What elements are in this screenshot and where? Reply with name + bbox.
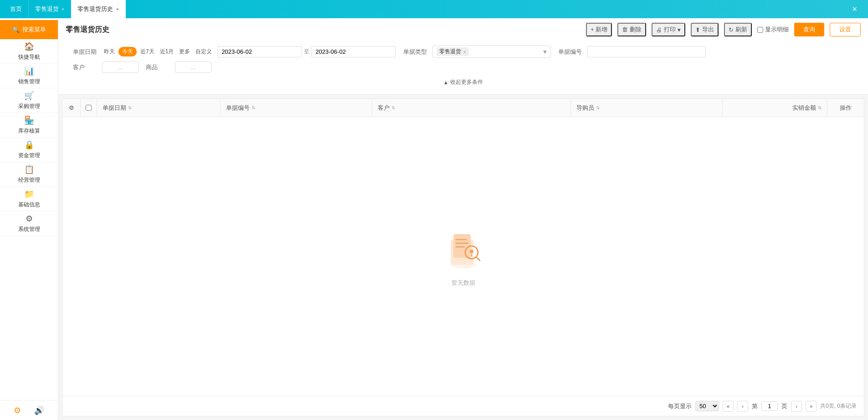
th-setting[interactable]: ⚙ — [62, 99, 81, 117]
th-amount-label: 实销金额 — [792, 104, 816, 112]
date-btn-custom[interactable]: 自定义 — [194, 47, 214, 56]
date-btn-7days[interactable]: 近7天 — [139, 47, 156, 56]
first-page-icon: « — [727, 403, 730, 410]
sidebar-item-purchase-label: 采购管理 — [18, 102, 40, 110]
prev-page-button[interactable]: ‹ — [737, 401, 748, 412]
th-amount[interactable]: 实销金额 ⇅ — [723, 99, 827, 117]
system-icon: ⚙ — [26, 214, 33, 224]
customer-filter: 客户 ... — [73, 61, 139, 73]
th-action: 操作 — [827, 99, 864, 117]
customer-placeholder: ... — [118, 64, 123, 71]
refresh-button[interactable]: ↻ 刷新 — [724, 23, 752, 36]
show-detail-checkbox[interactable] — [757, 27, 763, 33]
customer-input[interactable]: ... — [102, 61, 139, 73]
sidebar-item-system[interactable]: ⚙ 系统管理 — [0, 211, 58, 236]
goods-filter: 商品 ... — [146, 61, 211, 73]
add-button[interactable]: + 新增 — [586, 23, 612, 36]
goods-input[interactable]: ... — [175, 61, 211, 73]
voucher-type-label: 单据类型 — [403, 48, 429, 56]
date-btn-1month[interactable]: 近1月 — [158, 47, 176, 56]
setting-button[interactable]: 设置 — [830, 23, 861, 36]
table-header: ⚙ 单据日期 ⇅ 单据编号 ⇅ 客户 ⇅ 导购员 — [62, 99, 864, 117]
select-all-checkbox[interactable] — [86, 105, 92, 111]
collapse-label: 收起更多条件 — [450, 78, 483, 86]
sidebar-settings-icon[interactable]: ⚙ — [14, 405, 21, 415]
sidebar-item-basic-info-label: 基础信息 — [18, 201, 40, 209]
voucher-type-tag-close[interactable]: × — [463, 49, 466, 55]
page-number-input[interactable] — [761, 401, 778, 411]
sidebar-item-finance[interactable]: 🔒 资金管理 — [0, 138, 58, 162]
pagination: 每页显示 10 20 50 100 « ‹ 第 页 › — [62, 396, 864, 416]
date-btn-yesterday[interactable]: 昨天 — [102, 47, 117, 56]
th-no[interactable]: 单据编号 ⇅ — [221, 99, 372, 117]
export-icon: ⬆ — [695, 26, 700, 33]
sidebar-item-quick-nav[interactable]: 🏠 快捷导航 — [0, 39, 58, 64]
sidebar-item-basic-info[interactable]: 📁 基础信息 — [0, 187, 58, 211]
sidebar-item-operation[interactable]: 📋 经营管理 — [0, 162, 58, 187]
voucher-no-input[interactable] — [587, 46, 706, 57]
inventory-icon: 🏪 — [24, 115, 34, 125]
main-layout: 🔍 搜索菜单 🏠 快捷导航 📊 销售管理 🛒 采购管理 🏪 库存核算 🔒 资金管… — [0, 18, 868, 420]
th-guide[interactable]: 导购员 ⇅ — [571, 99, 723, 117]
goods-placeholder: ... — [191, 64, 196, 71]
window-close-button[interactable]: × — [848, 5, 861, 14]
goods-label: 商品 — [146, 63, 171, 72]
th-date-label: 单据日期 — [103, 104, 126, 112]
jump-label: 第 — [752, 402, 758, 410]
date-btn-today[interactable]: 今天 — [118, 47, 137, 56]
show-detail-checkbox-label[interactable]: 显示明细 — [757, 26, 789, 34]
search-menu-button[interactable]: 🔍 搜索菜单 — [0, 20, 58, 39]
tab-home[interactable]: 首页 — [4, 0, 29, 18]
date-btn-more[interactable]: 更多 — [177, 47, 192, 56]
tab-retail-return-history-close[interactable]: × — [116, 6, 118, 12]
page-size-label: 每页显示 — [668, 402, 692, 410]
th-amount-sort-icon: ⇅ — [818, 105, 822, 110]
page-size-select[interactable]: 10 20 50 100 — [695, 401, 719, 411]
sidebar-item-operation-label: 经营管理 — [18, 176, 40, 184]
print-button[interactable]: 🖨 打印 ▾ — [652, 23, 685, 36]
sidebar-item-purchase[interactable]: 🛒 采购管理 — [0, 88, 58, 113]
delete-button[interactable]: 🗑 删除 — [617, 23, 646, 36]
content-area: 零售退货历史 + 新增 🗑 删除 🖨 打印 ▾ ⬆ 导出 ↻ — [58, 18, 868, 420]
tab-retail-return-history-label: 零售退货历史 — [77, 5, 113, 13]
th-guide-sort-icon: ⇅ — [596, 105, 600, 110]
voucher-no-filter: 单据编号 — [558, 46, 706, 57]
tab-retail-return-close[interactable]: × — [62, 6, 64, 12]
finance-icon: 🔒 — [24, 140, 34, 150]
date-from-input[interactable] — [217, 46, 302, 57]
quick-nav-icon: 🏠 — [24, 41, 34, 51]
th-customer[interactable]: 客户 ⇅ — [372, 99, 571, 117]
last-page-icon: » — [810, 403, 813, 410]
query-button[interactable]: 查询 — [794, 23, 824, 36]
tab-retail-return[interactable]: 零售退货 × — [29, 0, 71, 18]
sidebar: 🔍 搜索菜单 🏠 快捷导航 📊 销售管理 🛒 采购管理 🏪 库存核算 🔒 资金管… — [0, 18, 58, 420]
table-container: ⚙ 单据日期 ⇅ 单据编号 ⇅ 客户 ⇅ 导购员 — [62, 98, 864, 416]
purchase-icon: 🛒 — [24, 91, 34, 101]
top-bar-right: × — [848, 5, 868, 14]
voucher-type-dropdown-icon[interactable]: ▾ — [543, 47, 547, 56]
date-to-input[interactable] — [311, 46, 396, 57]
voucher-type-filter: 单据类型 零售退货 × ▾ — [403, 46, 551, 58]
sidebar-sound-icon[interactable]: 🔊 — [34, 405, 44, 415]
tab-retail-return-history[interactable]: 零售退货历史 × — [71, 0, 125, 18]
th-check[interactable] — [81, 99, 97, 117]
voucher-type-tag: 零售退货 × — [437, 47, 468, 56]
voucher-no-label: 单据编号 — [558, 48, 584, 56]
next-page-button[interactable]: › — [791, 401, 802, 412]
voucher-type-input[interactable]: 零售退货 × ▾ — [432, 46, 551, 58]
refresh-label: 刷新 — [735, 26, 747, 34]
print-dropdown-icon: ▾ — [678, 26, 681, 33]
sidebar-item-sales[interactable]: 📊 销售管理 — [0, 64, 58, 88]
last-page-button[interactable]: » — [806, 401, 817, 412]
collapse-bar[interactable]: ▲ 收起更多条件 — [73, 77, 853, 90]
export-button[interactable]: ⬆ 导出 — [691, 23, 719, 36]
filter-area: 单据日期 昨天 今天 近7天 近1月 更多 自定义 至 — [66, 41, 861, 94]
sidebar-item-inventory[interactable]: 🏪 库存核算 — [0, 113, 58, 138]
voucher-type-tag-text: 零售退货 — [439, 48, 461, 56]
th-date[interactable]: 单据日期 ⇅ — [97, 99, 221, 117]
sidebar-item-inventory-label: 库存核算 — [18, 127, 40, 135]
setting-icon: ⚙ — [69, 104, 74, 111]
total-info: 共0页, 0条记录 — [820, 402, 857, 410]
th-no-label: 单据编号 — [226, 104, 250, 112]
first-page-button[interactable]: « — [723, 401, 734, 412]
